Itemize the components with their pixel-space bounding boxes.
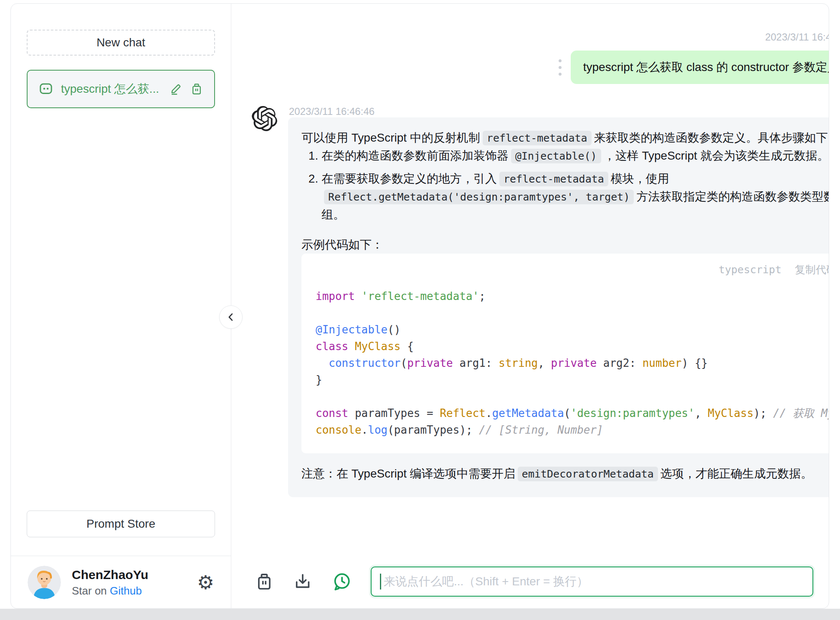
assistant-message-bubble: 可以使用 TypeScript 中的反射机制reflect-metadata来获… xyxy=(288,117,829,497)
new-chat-button[interactable]: New chat xyxy=(27,30,215,56)
assistant-steps-list: 在类的构造函数参数前面添加装饰器@Injectable()，这样 TypeScr… xyxy=(301,147,829,224)
app-card: New chat typescript 怎么获... xyxy=(10,3,829,609)
code-language-label: typescript xyxy=(719,261,782,279)
user-message-bubble: typescript 怎么获取 class 的 constructor 参数定义 xyxy=(571,51,829,84)
message-input[interactable] xyxy=(383,574,804,589)
export-button[interactable] xyxy=(293,572,312,591)
user-message-timestamp: 2023/3/11 16:46:36 xyxy=(765,31,829,43)
user-info: ChenZhaoYu Star on Github xyxy=(72,567,148,597)
window-bottom-strip xyxy=(0,609,840,620)
delete-icon[interactable] xyxy=(190,82,203,96)
message-input-wrap xyxy=(371,567,813,597)
github-link[interactable]: Github xyxy=(110,584,142,597)
openai-logo-icon xyxy=(251,106,277,132)
code-block: typescript 复制代码 import 'reflect-metadata… xyxy=(301,254,829,453)
message-list: 2023/3/11 16:46:36 typescript 怎么获取 class… xyxy=(231,4,829,556)
sidebar-item-chat[interactable]: typescript 怎么获... xyxy=(27,70,215,108)
edit-icon[interactable] xyxy=(169,82,182,96)
assistant-message: 2023/3/11 16:46:46 可以使用 TypeScript 中的反射机… xyxy=(251,106,829,497)
chat-history-icon xyxy=(331,572,352,592)
chat-item-title: typescript 怎么获... xyxy=(61,81,162,97)
user-name: ChenZhaoYu xyxy=(72,567,148,583)
prompt-store-button[interactable]: Prompt Store xyxy=(27,511,215,537)
user-avatar xyxy=(28,566,61,599)
user-subtitle: Star on Github xyxy=(72,584,148,597)
sidebar-spacer xyxy=(27,108,215,511)
assistant-step: 在类的构造函数参数前面添加装饰器@Injectable()，这样 TypeScr… xyxy=(321,147,829,165)
app-screen: New chat typescript 怎么获... xyxy=(0,0,840,620)
assistant-avatar xyxy=(251,106,278,497)
trash-icon xyxy=(255,572,274,591)
user-message-options-icon[interactable] xyxy=(559,59,562,76)
chevron-left-icon xyxy=(225,311,237,323)
user-message: 2023/3/11 16:46:36 typescript 怎么获取 class… xyxy=(251,29,829,84)
download-icon xyxy=(293,572,312,591)
code-content: import 'reflect-metadata'; @Injectable()… xyxy=(301,279,829,453)
clear-chat-button[interactable] xyxy=(255,572,274,591)
assistant-step: 在需要获取参数定义的地方，引入reflect-metadata模块，使用Refl… xyxy=(321,170,829,224)
sidebar-top: New chat typescript 怎么获... xyxy=(11,4,231,511)
sidebar: New chat typescript 怎么获... xyxy=(11,4,231,608)
assistant-message-timestamp: 2023/3/11 16:46:46 xyxy=(289,106,374,117)
copy-code-button[interactable]: 复制代码 xyxy=(795,261,829,279)
assistant-paragraph: 可以使用 TypeScript 中的反射机制reflect-metadata来获… xyxy=(301,129,829,147)
text-caret xyxy=(380,574,381,590)
example-label: 示例代码如下： xyxy=(301,236,829,254)
sidebar-footer: ChenZhaoYu Star on Github ⚙ xyxy=(11,556,231,608)
composer-bar xyxy=(231,556,829,608)
history-button[interactable] xyxy=(331,572,352,592)
settings-gear-icon[interactable]: ⚙ xyxy=(197,573,214,592)
chat-bubble-icon xyxy=(38,81,53,97)
code-block-header: typescript 复制代码 xyxy=(301,254,829,279)
chat-main: 2023/3/11 16:46:36 typescript 怎么获取 class… xyxy=(231,4,829,608)
sidebar-collapse-button[interactable] xyxy=(219,305,243,329)
assistant-note: 注意：在 TypeScript 编译选项中需要开启emitDecoratorMe… xyxy=(301,465,829,483)
